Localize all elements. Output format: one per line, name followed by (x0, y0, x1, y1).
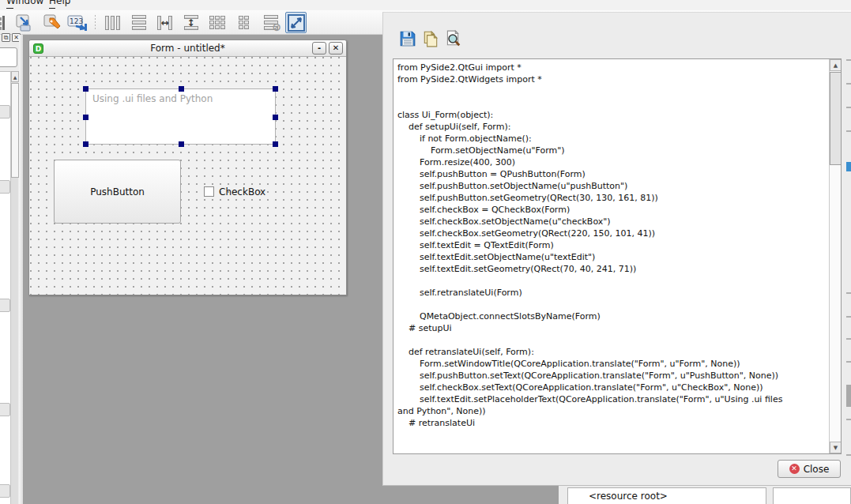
selection-handle[interactable] (273, 86, 278, 92)
edit-widgets-icon[interactable] (0, 12, 7, 33)
close-button-label: Close (804, 464, 830, 475)
edit-buddies-icon[interactable] (41, 12, 62, 33)
pushbutton-widget[interactable]: PushButton (54, 160, 181, 224)
edit-tab-order-icon[interactable]: 123 (66, 12, 88, 33)
pushbutton-label: PushButton (90, 186, 145, 197)
layout-vertically-icon[interactable] (128, 12, 149, 33)
widget-box-item[interactable] (0, 403, 10, 416)
edge-mark (846, 83, 851, 85)
code-lines: from PySide2.QtGui import *from PySide2.… (397, 62, 827, 429)
selection-handle[interactable] (179, 141, 184, 147)
edge-mark (846, 130, 851, 132)
code-scrollbar[interactable]: ▲ ▼ (829, 59, 841, 453)
widget-box-item[interactable] (0, 105, 10, 118)
edge-mark (846, 107, 851, 108)
toolbar-separator (94, 14, 96, 30)
edge-selection-mark (846, 162, 851, 171)
find-icon[interactable] (444, 30, 463, 49)
textedit-widget[interactable]: Using .ui files and Python (85, 88, 276, 145)
save-icon[interactable] (399, 30, 418, 49)
dock-float-icon[interactable]: ⧉ (2, 33, 10, 42)
menu-help-accelerator (49, 8, 55, 9)
widget-box-dock: ⧉ ✕ ▲ (0, 35, 19, 504)
widget-box-scrollbar[interactable]: ▲ (10, 71, 18, 504)
selection-handle[interactable] (273, 115, 278, 120)
break-layout-icon[interactable]: ⊘ (260, 12, 281, 33)
code-text-area[interactable]: from PySide2.QtGui import *from PySide2.… (393, 58, 842, 454)
close-x-icon: ✕ (789, 464, 800, 474)
widget-box-item[interactable] (0, 484, 10, 498)
checkbox-widget[interactable]: CheckBox (204, 175, 284, 208)
widget-box-scroll-thumb[interactable] (11, 83, 19, 178)
minimize-button[interactable]: - (312, 42, 326, 55)
form-title-bar[interactable]: D Form - untitled* - ✕ (29, 40, 346, 57)
selection-handle[interactable] (83, 115, 88, 120)
resource-root-label[interactable]: <resource root> (589, 491, 668, 502)
resource-preview-panel (773, 487, 851, 504)
edge-mark (846, 316, 851, 318)
close-dialog-button[interactable]: ✕ Close (778, 460, 841, 478)
edge-mark (846, 419, 851, 420)
checkbox-indicator[interactable] (204, 186, 214, 197)
edge-scroll-mark (846, 385, 851, 407)
checkbox-label: CheckBox (219, 186, 265, 197)
form-editor-window: D Form - untitled* - ✕ Using .ui files a… (28, 39, 347, 295)
copy-icon[interactable] (422, 30, 441, 49)
layout-horizontal-splitter-icon[interactable]: ↔ (154, 12, 175, 33)
layout-horizontally-icon[interactable] (102, 12, 123, 33)
widget-box-item[interactable] (0, 180, 10, 194)
edge-mark (846, 292, 851, 294)
edge-mark (846, 361, 851, 363)
edge-mark (846, 59, 851, 61)
menu-window[interactable]: Window (6, 0, 43, 6)
edit-signals-slots-icon[interactable] (13, 12, 35, 33)
edge-mark (846, 454, 851, 456)
menu-window-accelerator (6, 8, 13, 9)
scroll-up-icon[interactable]: ▲ (830, 59, 842, 71)
selection-handle[interactable] (83, 86, 88, 92)
menu-bar: Window Help (0, 0, 851, 10)
form-window-title: Form - untitled* (29, 43, 346, 54)
edge-mark (846, 338, 851, 340)
widget-box-search-input[interactable] (0, 47, 17, 67)
form-canvas[interactable]: Using .ui files and Python PushButton Ch… (30, 57, 346, 295)
selection-handle[interactable] (179, 86, 184, 92)
layout-vertical-splitter-icon[interactable]: ↕ (180, 12, 201, 33)
code-preview-dialog: from PySide2.QtGui import *from PySide2.… (382, 12, 851, 486)
resource-browser-panel: <resource root> (567, 487, 766, 504)
textedit-placeholder: Using .ui files and Python (92, 93, 213, 104)
selection-handle[interactable] (273, 141, 278, 147)
scroll-up-icon[interactable]: ▲ (11, 71, 19, 82)
selection-handle[interactable] (83, 141, 88, 147)
adjust-size-icon[interactable] (285, 12, 307, 33)
svg-text:123: 123 (70, 17, 83, 25)
widget-box-item[interactable] (0, 299, 10, 312)
widget-box-list[interactable] (0, 71, 10, 504)
code-scroll-thumb[interactable] (830, 72, 842, 165)
layout-grid-icon[interactable] (206, 12, 228, 33)
layout-form-icon[interactable] (233, 12, 254, 33)
close-button[interactable]: ✕ (329, 42, 343, 55)
menu-help[interactable]: Help (49, 0, 70, 6)
scroll-down-icon[interactable]: ▼ (830, 442, 842, 453)
